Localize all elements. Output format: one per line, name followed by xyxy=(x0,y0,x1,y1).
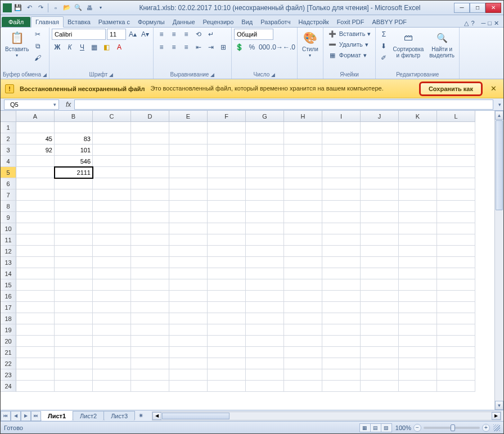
cell[interactable] xyxy=(284,156,322,167)
cell[interactable] xyxy=(169,122,208,133)
minimize-button[interactable]: ─ xyxy=(454,3,470,13)
cell[interactable] xyxy=(131,178,169,189)
cell[interactable] xyxy=(322,212,361,223)
cell[interactable] xyxy=(437,178,475,189)
cell[interactable] xyxy=(208,324,246,336)
column-header[interactable]: H xyxy=(284,111,322,122)
cell[interactable] xyxy=(131,268,169,279)
cell[interactable] xyxy=(437,201,475,212)
cell[interactable] xyxy=(361,291,399,302)
row-header[interactable]: 10 xyxy=(1,223,16,234)
align-right-icon[interactable]: ≡ xyxy=(181,42,192,53)
cell[interactable] xyxy=(246,133,284,144)
cell[interactable] xyxy=(208,347,246,358)
cell[interactable] xyxy=(131,223,169,234)
cell[interactable] xyxy=(437,167,475,178)
cell[interactable] xyxy=(16,234,55,246)
next-sheet-icon[interactable]: ▶ xyxy=(21,411,31,421)
cell[interactable] xyxy=(322,201,361,212)
merge-icon[interactable]: ⊞ xyxy=(218,42,229,53)
cell[interactable] xyxy=(361,144,399,156)
format-painter-icon[interactable]: 🖌 xyxy=(32,52,43,64)
cell[interactable] xyxy=(208,268,246,279)
cell[interactable] xyxy=(131,212,169,223)
cell[interactable] xyxy=(246,178,284,189)
cell[interactable] xyxy=(399,122,437,133)
row-header[interactable]: 18 xyxy=(1,313,16,324)
cell[interactable] xyxy=(169,302,208,313)
resize-grip-icon[interactable] xyxy=(493,424,500,431)
cell[interactable]: 101 xyxy=(55,144,93,156)
border-icon[interactable]: ▦ xyxy=(89,42,100,53)
cell[interactable] xyxy=(437,358,475,369)
fill-icon[interactable]: ⬇ xyxy=(378,40,389,52)
cell[interactable] xyxy=(131,313,169,324)
cell[interactable] xyxy=(361,133,399,144)
cell[interactable] xyxy=(322,336,361,347)
cell[interactable] xyxy=(131,336,169,347)
align-left-icon[interactable]: ≡ xyxy=(156,42,167,53)
cell[interactable] xyxy=(322,347,361,358)
cell[interactable] xyxy=(437,347,475,358)
row-header[interactable]: 24 xyxy=(1,381,16,392)
cell[interactable] xyxy=(246,201,284,212)
clipboard-launcher-icon[interactable]: ◢ xyxy=(43,72,47,78)
cell[interactable] xyxy=(361,347,399,358)
cell[interactable] xyxy=(55,291,93,302)
cell[interactable] xyxy=(284,122,322,133)
cell[interactable] xyxy=(437,279,475,291)
doc-minimize-icon[interactable]: ─ xyxy=(482,20,486,27)
row-header[interactable]: 2 xyxy=(1,133,16,144)
cell[interactable] xyxy=(55,234,93,246)
cell[interactable] xyxy=(55,223,93,234)
cell[interactable]: 45 xyxy=(16,133,55,144)
cell[interactable] xyxy=(16,257,55,268)
cell[interactable] xyxy=(16,381,55,392)
row-header[interactable]: 3 xyxy=(1,144,16,156)
cell[interactable] xyxy=(361,324,399,336)
cell[interactable] xyxy=(322,302,361,313)
close-button[interactable]: ✕ xyxy=(485,3,501,13)
cell[interactable] xyxy=(361,246,399,257)
cell[interactable] xyxy=(93,347,131,358)
column-header[interactable]: G xyxy=(246,111,284,122)
scroll-down-icon[interactable]: ▼ xyxy=(495,401,503,410)
cell[interactable]: 92 xyxy=(16,144,55,156)
cell[interactable] xyxy=(437,324,475,336)
cell[interactable] xyxy=(361,178,399,189)
zoom-slider[interactable] xyxy=(424,427,480,429)
cell[interactable] xyxy=(208,257,246,268)
cell[interactable] xyxy=(169,212,208,223)
cell[interactable] xyxy=(169,336,208,347)
cell[interactable] xyxy=(16,291,55,302)
cell[interactable] xyxy=(169,178,208,189)
cell[interactable] xyxy=(93,201,131,212)
cell[interactable] xyxy=(246,167,284,178)
sheet-tab-2[interactable]: Лист2 xyxy=(73,411,104,421)
decrease-decimal-icon[interactable]: ←.0 xyxy=(284,42,295,53)
cell[interactable]: 2111 xyxy=(55,167,93,178)
cell[interactable] xyxy=(93,268,131,279)
cell[interactable] xyxy=(93,324,131,336)
cell[interactable] xyxy=(93,144,131,156)
tab-layout[interactable]: Разметка с xyxy=(94,17,134,27)
cell[interactable] xyxy=(16,212,55,223)
column-header[interactable]: I xyxy=(322,111,361,122)
cell[interactable] xyxy=(169,358,208,369)
sort-filter-button[interactable]: 🗃 Сортировка и фильтр xyxy=(390,29,426,60)
cell[interactable] xyxy=(322,313,361,324)
paste-button[interactable]: 📋 Вставить ▾ xyxy=(3,29,31,59)
cell[interactable] xyxy=(16,223,55,234)
row-header[interactable]: 20 xyxy=(1,336,16,347)
row-header[interactable]: 13 xyxy=(1,257,16,268)
scroll-left-icon[interactable]: ◀ xyxy=(152,412,161,420)
cell[interactable] xyxy=(246,313,284,324)
cell[interactable] xyxy=(169,257,208,268)
font-color-icon[interactable]: A xyxy=(114,42,125,53)
cell[interactable] xyxy=(169,324,208,336)
cell[interactable] xyxy=(208,246,246,257)
cell[interactable] xyxy=(361,381,399,392)
minimize-ribbon-icon[interactable]: △ xyxy=(464,20,469,27)
row-header[interactable]: 19 xyxy=(1,324,16,336)
cell[interactable] xyxy=(55,358,93,369)
